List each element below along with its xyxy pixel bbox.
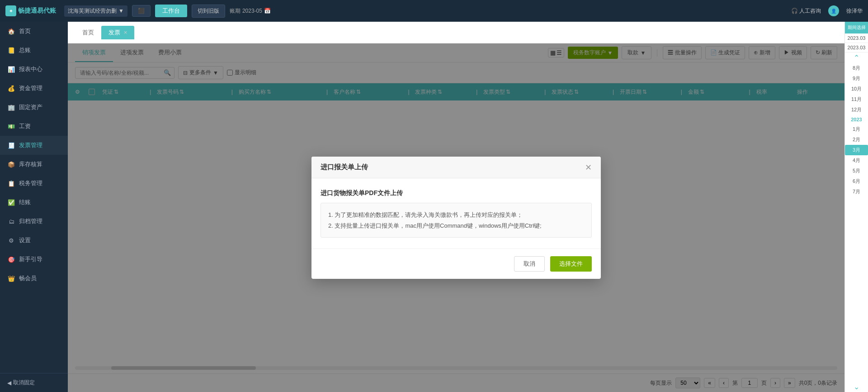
sidebar-item-inventory[interactable]: 📦 库存核算 (0, 155, 68, 174)
sidebar-item-ledger[interactable]: 📒 总账 (0, 41, 68, 60)
sidebar-label-home: 首页 (19, 27, 31, 35)
sidebar-label-assets: 固定资产 (19, 103, 42, 111)
invoice-icon: 🧾 (7, 141, 15, 149)
period-2023-03-top[interactable]: 2023.03 (845, 33, 868, 43)
ledger-icon: 📒 (7, 46, 15, 54)
content-header: 首页 发票 × (68, 22, 844, 43)
month-4[interactable]: 4月 (845, 155, 868, 166)
sidebar-item-home[interactable]: 🏠 首页 (0, 22, 68, 41)
year-2023[interactable]: 2023 (845, 115, 868, 124)
assets-icon: 🏢 (7, 103, 15, 111)
sidebar-item-guide[interactable]: 🎯 新手引导 (0, 250, 68, 269)
sidebar-item-settings[interactable]: ⚙ 设置 (0, 231, 68, 250)
sidebar-label-member: 畅会员 (19, 274, 37, 282)
import-customs-modal: 进口报关单上传 ✕ 进口货物报关单PDF文件上传 1. 为了更加精准的数据匹配，… (311, 157, 601, 279)
payroll-icon: 💵 (7, 122, 15, 130)
modal-info-item-1: 1. 为了更加精准的数据匹配，请先录入海关缴款书，再上传对应的报关单； (328, 210, 584, 220)
modal-close-button[interactable]: ✕ (585, 163, 592, 172)
month-3-active[interactable]: 3月 (845, 145, 868, 155)
app-name: 畅捷通易代账 (18, 7, 56, 15)
top-bar: ✦ 畅捷通易代账 沈海芙测试经营勿删 ▼ ⬛ 工作台 切到旧版 账期 2023-… (0, 0, 868, 22)
sidebar-label-payroll: 工资 (19, 122, 31, 130)
tab-invoice-close[interactable]: × (124, 29, 127, 36)
month-1[interactable]: 1月 (845, 124, 868, 134)
member-icon: 👑 (7, 274, 15, 282)
sidebar-item-closing[interactable]: ✅ 结账 (0, 193, 68, 212)
sidebar-label-funds: 资金管理 (19, 84, 42, 92)
guide-icon: 🎯 (7, 255, 15, 263)
month-6[interactable]: 6月 (845, 176, 868, 186)
calendar-icon[interactable]: 📅 (264, 8, 271, 14)
period-2023-03-bottom[interactable]: 2023.03 (845, 43, 868, 53)
sidebar-item-archive[interactable]: 🗂 归档管理 (0, 212, 68, 231)
home-icon: 🏠 (7, 27, 15, 35)
modal-body: 进口货物报关单PDF文件上传 1. 为了更加精准的数据匹配，请先录入海关缴款书，… (311, 178, 601, 249)
headset-icon: 🎧 (791, 8, 798, 14)
sidebar-label-tax: 税务管理 (19, 179, 42, 187)
period-info: 账期 2023-05 📅 (230, 7, 271, 15)
content-main: 销项发票 进项发票 费用小票 ▦ ☰ (68, 43, 844, 392)
sidebar-label-invoice: 发票管理 (19, 141, 42, 149)
logo-icon: ✦ (5, 5, 16, 16)
month-7[interactable]: 7月 (845, 186, 868, 197)
modal-footer: 取消 选择文件 (311, 249, 601, 279)
modal-header: 进口报关单上传 ✕ (311, 157, 601, 178)
tab-home[interactable]: 首页 (75, 26, 101, 39)
closing-icon: ✅ (7, 198, 15, 206)
pin-icon: ◀ (7, 380, 11, 386)
month-9[interactable]: 9月 (845, 73, 868, 84)
sidebar-label-inventory: 库存核算 (19, 160, 42, 168)
chevron-down-icon: ▼ (118, 8, 124, 14)
archive-icon: 🗂 (7, 217, 15, 225)
modal-section-title: 进口货物报关单PDF文件上传 (321, 189, 592, 197)
cancel-fixed-button[interactable]: ◀ 取消固定 (0, 373, 68, 392)
sidebar-label-reports: 报表中心 (19, 65, 42, 73)
sidebar-item-reports[interactable]: 📊 报表中心 (0, 60, 68, 79)
company-name: 沈海芙测试经营勿删 (68, 7, 117, 15)
inventory-icon: 📦 (7, 160, 15, 168)
sidebar-item-funds[interactable]: 💰 资金管理 (0, 79, 68, 98)
chevron-up-icon: ⌃ (854, 53, 859, 62)
modal-title: 进口报关单上传 (321, 163, 368, 172)
scroll-down-arrow[interactable]: ⌄ (845, 382, 868, 392)
modal-confirm-button[interactable]: 选择文件 (550, 256, 592, 272)
right-panel: 期间选择 2023.03 2023.03 ⌃ 8月 9月 10月 11月 12月… (844, 22, 868, 392)
month-11[interactable]: 11月 (845, 94, 868, 105)
sidebar-label-settings: 设置 (19, 236, 31, 244)
tax-icon: 📋 (7, 179, 15, 187)
workspace-button[interactable]: 工作台 (155, 5, 187, 17)
sidebar-item-payroll[interactable]: 💵 工资 (0, 117, 68, 136)
switch-version-button[interactable]: 切到旧版 (192, 5, 225, 18)
month-12[interactable]: 12月 (845, 105, 868, 115)
scroll-up-arrow[interactable]: ⌃ (845, 53, 868, 63)
copy-btn[interactable]: ⬛ (132, 5, 151, 17)
settings-icon: ⚙ (7, 236, 15, 244)
company-selector[interactable]: 沈海芙测试经营勿删 ▼ (64, 5, 127, 17)
sidebar-label-ledger: 总账 (19, 46, 31, 54)
tab-invoice[interactable]: 发票 × (101, 26, 134, 39)
month-10[interactable]: 10月 (845, 84, 868, 94)
modal-info-item-2: 2. 支持批量上传进口报关单，mac用户使用Command键，windows用户… (328, 220, 584, 231)
month-list: 8月 9月 10月 11月 12月 2023 1月 2月 3月 4月 5月 6月… (845, 63, 868, 382)
sidebar-item-member[interactable]: 👑 畅会员 (0, 269, 68, 288)
sidebar-label-guide: 新手引导 (19, 255, 42, 263)
sidebar-item-tax[interactable]: 📋 税务管理 (0, 174, 68, 193)
reports-icon: 📊 (7, 65, 15, 73)
month-2[interactable]: 2月 (845, 134, 868, 145)
sidebar-item-invoice[interactable]: 🧾 发票管理 (0, 136, 68, 155)
period-select-label[interactable]: 期间选择 (845, 22, 868, 33)
month-5[interactable]: 5月 (845, 166, 868, 176)
username: 徐泽华 (846, 7, 863, 15)
sidebar: 🏠 首页 📒 总账 📊 报表中心 💰 资金管理 🏢 固定资产 💵 工资 (0, 22, 68, 392)
modal-cancel-button[interactable]: 取消 (514, 256, 545, 272)
month-8[interactable]: 8月 (845, 63, 868, 73)
app-logo: ✦ 畅捷通易代账 (5, 5, 56, 16)
user-avatar: 👤 (828, 5, 839, 16)
modal-info-box: 1. 为了更加精准的数据匹配，请先录入海关缴款书，再上传对应的报关单； 2. 支… (321, 203, 592, 238)
funds-icon: 💰 (7, 84, 15, 92)
sidebar-label-archive: 归档管理 (19, 217, 42, 225)
support-link[interactable]: 🎧 人工咨询 (791, 7, 821, 15)
top-right: 🎧 人工咨询 👤 徐泽华 (791, 5, 863, 16)
modal-overlay: 进口报关单上传 ✕ 进口货物报关单PDF文件上传 1. 为了更加精准的数据匹配，… (68, 43, 844, 392)
sidebar-item-assets[interactable]: 🏢 固定资产 (0, 98, 68, 117)
